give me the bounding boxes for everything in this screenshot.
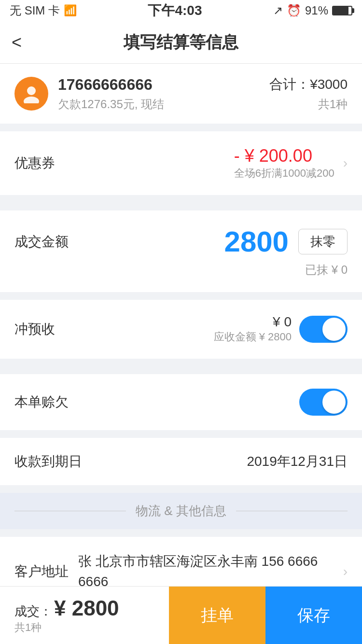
battery-bar [332,6,352,15]
back-button[interactable]: < [12,32,22,53]
battery-text: 91% [305,4,328,17]
status-left: 无 SIM 卡 📶 [10,3,77,18]
coupon-info: - ¥ 200.00 全场6折满1000减200 [234,146,334,181]
amount-sub: 已抹 ¥ 0 [14,262,348,278]
debt-row: 本单赊欠 [0,374,362,430]
bottom-deal-row: 成交： ¥ 2800 [14,596,154,620]
avatar [14,77,48,111]
coupon-discount: - ¥ 200.00 [234,146,334,166]
prepay-value: ¥ 0 应收金额 ¥ 2800 [214,314,292,344]
divider-2 [0,366,362,374]
amount-row: 成交金额 2800 抹零 [14,225,348,258]
round-button[interactable]: 抹零 [298,229,348,254]
separator-line-right [236,511,348,511]
prepay-right: ¥ 0 应收金额 ¥ 2800 [214,314,348,344]
separator-section: 物流 & 其他信息 [0,493,362,529]
bottom-deal-label: 成交： [14,603,52,620]
due-date-value: 2019年12月31日 [247,452,348,471]
nav-bar: < 填写结算等信息 [0,21,362,64]
prepay-toggle[interactable] [299,316,348,343]
content: 17666666666 欠款1276.35元, 现结 合计：¥3000 共1种 … [0,64,362,644]
amount-label: 成交金额 [14,233,69,251]
prepay-row: 冲预收 ¥ 0 应收金额 ¥ 2800 [0,300,362,359]
address-chevron-icon: › [343,564,348,579]
status-time: 下午4:03 [148,1,202,20]
battery-fill [333,7,348,14]
separator-text: 物流 & 其他信息 [136,503,226,519]
separator-line-left [14,511,126,511]
debt-toggle[interactable] [299,389,348,416]
divider-1 [0,203,362,210]
svg-point-1 [24,97,39,103]
user-details: 17666666666 欠款1276.35元, 现结 [58,76,164,112]
status-right: ↗ ⏰ 91% [273,4,352,17]
user-debt: 欠款1276.35元, 现结 [58,97,164,112]
user-left: 17666666666 欠款1276.35元, 现结 [14,76,164,112]
bottom-amount: ¥ 2800 [54,596,119,620]
coupon-label: 优惠券 [14,154,55,172]
user-info-section: 17666666666 欠款1276.35元, 现结 合计：¥3000 共1种 [0,64,362,124]
user-right: 合计：¥3000 共1种 [269,75,348,112]
coupon-desc: 全场6折满1000减200 [234,166,334,181]
prepay-sub: 应收金额 ¥ 2800 [214,330,292,344]
user-total: 合计：¥3000 [269,75,348,94]
user-phone: 17666666666 [58,76,164,94]
bottom-info: 成交： ¥ 2800 共1种 [0,596,169,635]
bottom-bar: 成交： ¥ 2800 共1种 挂单 保存 [0,586,362,644]
prepay-label: 冲预收 [14,320,55,338]
amount-number: 2800 [224,225,289,258]
coupon-row[interactable]: 优惠券 - ¥ 200.00 全场6折满1000减200 › [0,131,362,195]
status-bar: 无 SIM 卡 📶 下午4:03 ↗ ⏰ 91% [0,0,362,21]
address-label: 客户地址 [14,562,69,581]
due-date-label: 收款到期日 [14,452,82,471]
location-icon: ↗ [273,4,283,17]
coupon-right: - ¥ 200.00 全场6折满1000减200 › [234,146,348,181]
user-count: 共1种 [269,97,348,112]
page-title: 填写结算等信息 [124,31,238,54]
amount-value-area: 2800 抹零 [224,225,348,258]
prepay-amount: ¥ 0 [214,314,292,330]
carrier-text: 无 SIM 卡 [10,3,60,18]
due-date-row: 收款到期日 2019年12月31日 [0,438,362,485]
amount-section: 成交金额 2800 抹零 已抹 ¥ 0 [0,210,362,292]
alarm-icon: ⏰ [287,4,301,17]
bottom-count: 共1种 [14,620,154,635]
debt-label: 本单赊欠 [14,393,69,411]
hang-button[interactable]: 挂单 [169,587,265,644]
chevron-right-icon: › [343,155,348,171]
save-button[interactable]: 保存 [265,587,362,644]
wifi-icon: 📶 [64,4,77,17]
svg-point-0 [27,86,36,95]
